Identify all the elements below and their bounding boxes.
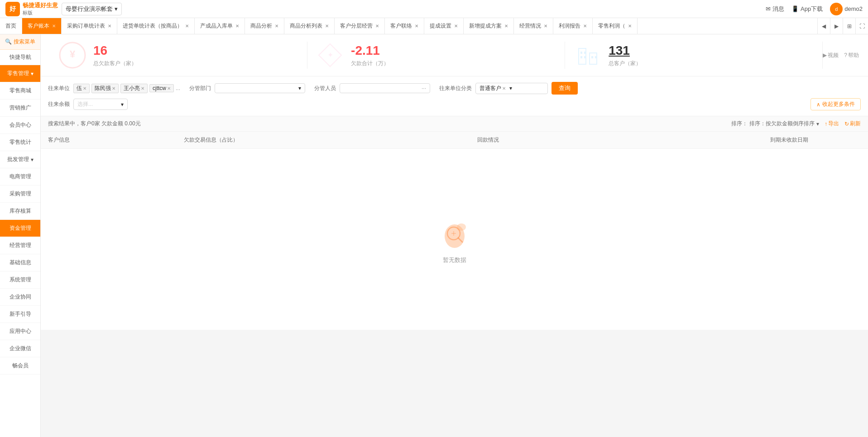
sidebar-item-retail[interactable]: 零售管理 ▾	[0, 65, 40, 82]
nav-tab-purchase-order[interactable]: 采购订单统计表 ✕	[62, 18, 117, 34]
stat-number-debt: -2.11	[351, 43, 389, 58]
sidebar-item-apps[interactable]: 应用中心	[0, 323, 40, 340]
export-icon: ↑	[825, 121, 827, 127]
close-tab-7[interactable]: ✕	[375, 24, 379, 28]
filter-label-person: 分管人员	[314, 85, 336, 92]
filter-more-tags[interactable]: ...	[176, 85, 180, 91]
nav-tab-commission-settings[interactable]: 提成设置 ✕	[424, 18, 464, 34]
export-btn[interactable]: ↑ 导出	[825, 120, 839, 128]
nav-prev-btn[interactable]: ◀	[817, 18, 830, 34]
filter-select-dept[interactable]: ▾	[215, 83, 305, 93]
nav-next-btn[interactable]: ▶	[830, 18, 843, 34]
more-person-icon: ···	[422, 85, 426, 91]
close-tab-9[interactable]: ✕	[454, 24, 458, 28]
filter-tag-wu[interactable]: 伍 ✕	[73, 84, 90, 93]
sidebar-item-wechat[interactable]: 企业微信	[0, 340, 40, 357]
filter-select-classification[interactable]: 普通客户 ✕ ▾	[475, 83, 548, 94]
logo-icon: 好	[5, 2, 20, 16]
nav-tab-home[interactable]: 首页	[0, 18, 22, 34]
filter-label-balance: 往来余额	[48, 100, 70, 108]
top-bar-left: 好 畅捷通好生意 标版 母婴行业演示帐套 ▾	[5, 2, 122, 16]
refresh-icon: ↻	[844, 121, 849, 127]
nav-tab-customer-ledger[interactable]: 客户账本 ✕	[22, 18, 62, 34]
sidebar-item-marketing[interactable]: 营销推广	[0, 100, 40, 117]
sidebar-item-system[interactable]: 系统管理	[0, 271, 40, 289]
sidebar-item-retail-stats[interactable]: 零售统计	[0, 134, 40, 151]
close-tab-customer-ledger[interactable]: ✕	[52, 24, 56, 28]
filter-tag-chen[interactable]: 陈民强 ✕	[91, 84, 119, 93]
close-tab-13[interactable]: ✕	[628, 24, 632, 28]
stat-total-customers: ¥ 16 总欠款客户（家）	[50, 42, 307, 69]
close-tab-3[interactable]: ✕	[185, 24, 189, 28]
sidebar-item-operations[interactable]: 经营管理	[0, 237, 40, 254]
filter-tag-cjttcw[interactable]: cjttcw ✕	[149, 84, 174, 92]
stat-total-debt: ✦ -2.11 欠款合计（万）	[307, 42, 565, 69]
user-menu[interactable]: d demo2	[830, 3, 863, 15]
remove-tag-chen[interactable]: ✕	[112, 86, 115, 91]
sidebar-item-guide[interactable]: 新手引导	[0, 306, 40, 323]
close-tab-12[interactable]: ✕	[583, 24, 587, 28]
nav-fullscreen-btn[interactable]: ⛶	[855, 18, 868, 34]
message-btn[interactable]: ✉ 消息	[766, 5, 784, 13]
sidebar-item-member[interactable]: 畅会员	[0, 357, 40, 375]
nav-tab-goods-in[interactable]: 进货单统计表（按商品） ✕	[117, 18, 195, 34]
nav-tab-customer-contact[interactable]: 客户联络 ✕	[385, 18, 424, 34]
nav-tab-profit-report[interactable]: 利润报告 ✕	[553, 18, 593, 34]
stat-icon-building	[574, 42, 601, 69]
sidebar-item-inventory[interactable]: 库存核算	[0, 203, 40, 220]
nav-tab-customer-layer[interactable]: 客户分层经营 ✕	[335, 18, 385, 34]
remove-tag-wu[interactable]: ✕	[83, 86, 86, 91]
filter-row-2: 往来余额 选择... ▾ ∧ 收起更多条件	[48, 98, 861, 110]
sort-selector[interactable]: 排序： 排序：按欠款金额倒序排序 ▾	[731, 120, 819, 128]
nav-expand-btn[interactable]: ⊞	[843, 18, 855, 34]
close-tab-6[interactable]: ✕	[325, 24, 329, 28]
sidebar-quick-nav[interactable]: 快捷导航	[0, 50, 40, 65]
sidebar-search[interactable]: 🔍 搜索菜单	[0, 34, 40, 50]
help-btn[interactable]: ? 帮助	[844, 52, 859, 59]
col-due-date: 到期未收款日期	[770, 136, 861, 144]
table-header: 客户信息 欠款交易信息（占比） 回款情况 到期未收款日期	[41, 132, 868, 149]
app-download-btn[interactable]: 📱 App下载	[791, 5, 823, 13]
refresh-btn[interactable]: ↻ 刷新	[844, 120, 861, 128]
empty-icon	[436, 214, 473, 251]
question-icon: ?	[844, 52, 847, 58]
filter-select-balance[interactable]: 选择... ▾	[73, 99, 128, 110]
remove-tag-normal[interactable]: ✕	[502, 86, 506, 91]
stat-total-all-customers: 131 总客户（家）	[565, 42, 823, 69]
top-bar: 好 畅捷通好生意 标版 母婴行业演示帐套 ▾ ✉ 消息 📱 App下载 d de…	[0, 0, 868, 18]
close-tab-5[interactable]: ✕	[275, 24, 278, 28]
sidebar-item-finance[interactable]: 资金管理	[0, 220, 40, 237]
close-tab-11[interactable]: ✕	[544, 24, 547, 28]
chevron-down-dept: ▾	[298, 85, 301, 91]
stat-number-all-customers: 131	[609, 43, 641, 58]
nav-tab-production[interactable]: 产成品入库单 ✕	[195, 18, 245, 34]
sidebar-item-membership[interactable]: 会员中心	[0, 117, 40, 134]
query-button[interactable]: 查询	[551, 82, 578, 95]
close-tab-2[interactable]: ✕	[108, 24, 111, 28]
filter-select-person[interactable]: ···	[340, 83, 430, 93]
sidebar-item-retail-store[interactable]: 零售商城	[0, 82, 40, 100]
filter-tag-wang[interactable]: 王小亮 ✕	[120, 84, 148, 93]
chevron-down-icon: ▾	[115, 5, 118, 12]
sidebar-item-purchase[interactable]: 采购管理	[0, 185, 40, 203]
close-tab-8[interactable]: ✕	[415, 24, 418, 28]
nav-tab-product-analysis[interactable]: 商品分析 ✕	[245, 18, 284, 34]
nav-tab-retail-profit[interactable]: 零售利润（ ✕	[593, 18, 638, 34]
sidebar-item-enterprise[interactable]: 企业协同	[0, 289, 40, 306]
sidebar-item-ecommerce[interactable]: 电商管理	[0, 168, 40, 185]
svg-rect-4	[590, 53, 597, 64]
sidebar-item-basic-info[interactable]: 基础信息	[0, 254, 40, 271]
nav-tab-business[interactable]: 经营情况 ✕	[514, 18, 553, 34]
filter-tag-normal[interactable]: 普通客户 ✕	[480, 85, 506, 92]
remove-tag-cjttcw[interactable]: ✕	[167, 86, 171, 91]
nav-tab-product-list[interactable]: 商品分析列表 ✕	[284, 18, 335, 34]
remove-tag-wang[interactable]: ✕	[141, 86, 144, 91]
collapse-filters-btn[interactable]: ∧ 收起更多条件	[810, 98, 861, 110]
close-tab-4[interactable]: ✕	[235, 24, 239, 28]
video-help-btn[interactable]: ▶ 视频	[823, 52, 839, 59]
workspace-selector[interactable]: 母婴行业演示帐套 ▾	[62, 3, 122, 15]
close-tab-10[interactable]: ✕	[504, 24, 508, 28]
nav-tab-new-commission[interactable]: 新增提成方案 ✕	[464, 18, 514, 34]
app-body: 🔍 搜索菜单 快捷导航 零售管理 ▾ 零售商城 营销推广 会员中心 零售统计 批…	[0, 34, 868, 437]
sidebar-item-wholesale[interactable]: 批发管理 ▾	[0, 151, 40, 168]
